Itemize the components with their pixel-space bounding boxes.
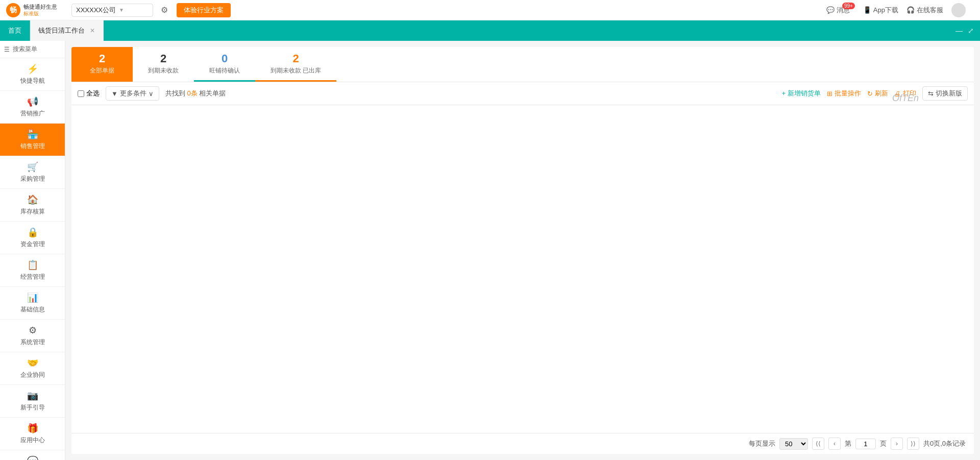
search-icon: ☰ (4, 46, 10, 53)
filter-chevron-icon: ∨ (149, 90, 154, 98)
sidebar-item-system[interactable]: ⚙ 系统管理 (0, 320, 65, 352)
switch-version-button[interactable]: ⇆ 切换新版 (922, 86, 968, 101)
stat-num-wangpu: 0 (222, 52, 228, 65)
appcenter-icon: 🎁 (27, 423, 38, 434)
page-prev-btn[interactable]: ‹ (828, 438, 841, 450)
guide-icon: 📷 (27, 390, 38, 401)
sidebar-quicknav-label: 快捷导航 (20, 77, 45, 85)
tab-controls: — ⤢ (949, 20, 980, 41)
sidebar-item-purchase[interactable]: 🛒 采购管理 (0, 156, 65, 189)
sidebar-system-label: 系统管理 (20, 338, 45, 347)
basicinfo-icon: 📊 (27, 292, 38, 303)
stat-tab-overdue[interactable]: 2 到期未收款 (133, 47, 194, 82)
select-all-label: 全选 (86, 89, 100, 98)
sidebar-sales-label: 销售管理 (20, 142, 45, 151)
collab-icon: 🤝 (27, 357, 38, 369)
sidebar-marketing-label: 营销推广 (20, 109, 45, 118)
sidebar-search[interactable]: ☰ 搜索菜单 (0, 41, 65, 58)
stat-label-shipped: 到期未收款 已出库 (271, 66, 321, 75)
refresh-label: 刷新 (875, 89, 888, 98)
switch-icon: ⇆ (928, 90, 934, 98)
inventory-icon: 🏠 (27, 194, 38, 205)
page-size-select[interactable]: 50 100 200 (779, 438, 808, 450)
purchase-icon: 🛒 (27, 161, 38, 173)
page-last-btn[interactable]: ⟩⟩ (907, 438, 919, 450)
batch-operation-button[interactable]: ⊞ 批量操作 (827, 89, 861, 98)
tab-home-label: 首页 (8, 26, 21, 35)
sidebar-collab-label: 企业协同 (20, 371, 45, 379)
avatar[interactable] (951, 3, 966, 17)
refresh-button[interactable]: ↻ 刷新 (867, 89, 888, 98)
stat-tab-all[interactable]: 2 全部单据 (71, 47, 133, 82)
online-service-btn[interactable]: 🎧 在线客服 (906, 6, 943, 15)
operations-icon: 📋 (27, 259, 38, 271)
select-all-checkbox[interactable]: 全选 (78, 89, 100, 98)
filter-button[interactable]: ▼ 更多条件 ∨ (106, 86, 159, 101)
system-icon: ⚙ (29, 325, 37, 336)
top-header: 畅 畅捷通好生意 标准版 XXXXXX公司 ▼ ⚙ 体验行业方案 💬 消息 99… (0, 0, 980, 20)
stat-label-overdue: 到期未收款 (148, 66, 179, 75)
stat-label-all: 全部单据 (90, 66, 114, 75)
stat-num-overdue: 2 (160, 52, 166, 65)
sidebar-item-appcenter[interactable]: 🎁 应用中心 (0, 418, 65, 450)
sidebar-operations-label: 经营管理 (20, 273, 45, 281)
content-inner: 2 全部单据 2 到期未收款 0 旺铺待确认 2 到期未收款 已出库 (71, 47, 974, 454)
company-dropdown-arrow: ▼ (119, 7, 124, 13)
sidebar-item-basicinfo[interactable]: 📊 基础信息 (0, 287, 65, 320)
stat-tab-wangpu[interactable]: 0 旺铺待确认 (194, 47, 255, 82)
headset-icon: 🎧 (906, 6, 915, 14)
filter-icon: ▼ (111, 90, 118, 98)
app-dl-label: App下载 (873, 6, 898, 15)
tab-home[interactable]: 首页 (0, 20, 30, 41)
wecom-icon: 💬 (27, 455, 38, 460)
page-size-label: 每页显示 (749, 439, 775, 448)
content-area: 2 全部单据 2 到期未收款 0 旺铺待确认 2 到期未收款 已出库 (65, 41, 980, 460)
page-first-btn[interactable]: ⟨⟨ (812, 438, 824, 450)
trial-button[interactable]: 体验行业方案 (177, 3, 231, 17)
company-name: XXXXXX公司 (76, 6, 116, 15)
messages-badge: 99+ (842, 3, 855, 9)
sidebar-inventory-label: 库存核算 (20, 207, 45, 216)
messages-btn[interactable]: 💬 消息 99+ (826, 6, 850, 15)
settings-icon[interactable]: ⚙ (157, 3, 172, 17)
sidebar-appcenter-label: 应用中心 (20, 436, 45, 445)
sidebar-item-wecom[interactable]: 💬 企业微信 (0, 450, 65, 460)
app-download-btn[interactable]: 📱 App下载 (863, 6, 898, 15)
online-service-label: 在线客服 (917, 6, 943, 15)
sidebar-item-inventory[interactable]: 🏠 库存核算 (0, 189, 65, 222)
page-label-first: 第 (845, 439, 851, 448)
sidebar-item-finance[interactable]: 🔒 资金管理 (0, 222, 65, 254)
tab-minimize-icon[interactable]: — (955, 27, 963, 35)
select-all-input[interactable] (78, 90, 84, 97)
add-order-button[interactable]: + 新增销货单 (782, 89, 821, 98)
marketing-icon: 📢 (27, 96, 38, 107)
toolbar: 全选 ▼ 更多条件 ∨ 共找到 0条 相关单据 + 新增销货单 (71, 82, 974, 105)
print-button[interactable]: 🖨 打印 (894, 89, 916, 98)
batch-icon: ⊞ (827, 90, 832, 98)
sidebar-purchase-label: 采购管理 (20, 175, 45, 183)
page-number-input[interactable] (855, 439, 876, 449)
sidebar-basicinfo-label: 基础信息 (20, 305, 45, 314)
stats-tabs: 2 全部单据 2 到期未收款 0 旺铺待确认 2 到期未收款 已出库 (71, 47, 974, 82)
sidebar-item-marketing[interactable]: 📢 营销推广 (0, 91, 65, 124)
finance-icon: 🔒 (27, 227, 38, 238)
sidebar-item-guide[interactable]: 📷 新手引导 (0, 385, 65, 418)
logo-text: 畅捷通好生意 标准版 (23, 3, 57, 17)
sidebar-item-operations[interactable]: 📋 经营管理 (0, 254, 65, 287)
tab-qhrc[interactable]: 钱货日清工作台 ✕ (30, 20, 104, 41)
table-area (71, 105, 974, 433)
sidebar-finance-label: 资金管理 (20, 240, 45, 249)
stat-tab-shipped[interactable]: 2 到期未收款 已出库 (255, 47, 336, 82)
page-next-btn[interactable]: › (891, 438, 903, 450)
tab-expand-icon[interactable]: ⤢ (968, 27, 974, 35)
sidebar-item-sales[interactable]: 🏪 销售管理 (0, 124, 65, 156)
page-label-page: 页 (880, 439, 887, 448)
sidebar-item-quicknav[interactable]: ⚡ 快捷导航 (0, 58, 65, 91)
toolbar-right: + 新增销货单 ⊞ 批量操作 ↻ 刷新 🖨 打印 ⇆ (782, 86, 968, 101)
quicknav-icon: ⚡ (27, 63, 38, 75)
sidebar-item-collab[interactable]: 🤝 企业协同 (0, 352, 65, 385)
company-select[interactable]: XXXXXX公司 ▼ (71, 4, 153, 17)
tab-bar: 首页 钱货日清工作台 ✕ — ⤢ (0, 20, 980, 41)
tab-close-icon[interactable]: ✕ (90, 27, 95, 34)
stat-label-wangpu: 旺铺待确认 (209, 66, 240, 75)
